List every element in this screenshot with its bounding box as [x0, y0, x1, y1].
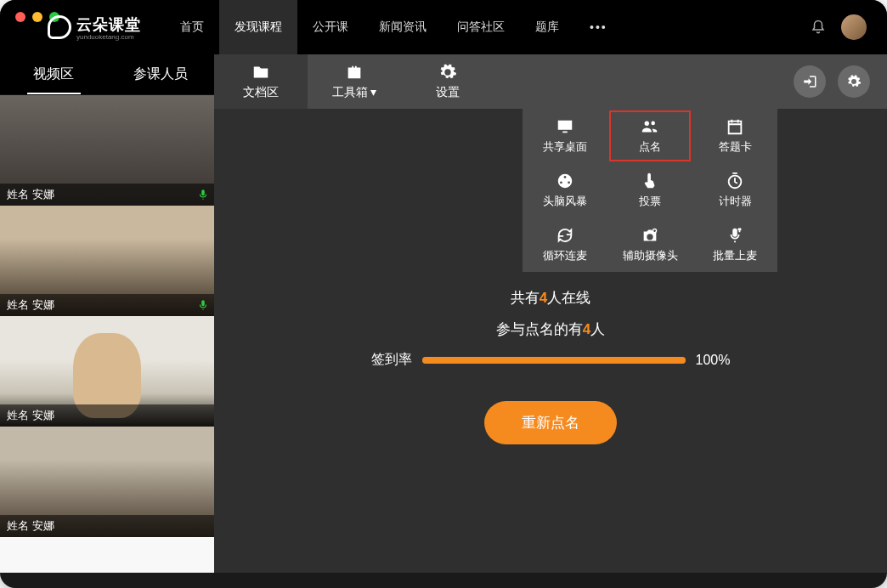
toolbox-dropdown: 共享桌面 点名 答题卡 头脑风暴 投票: [523, 109, 777, 272]
people-icon: [641, 117, 659, 136]
tool-vote[interactable]: 投票: [607, 163, 692, 218]
nav-news[interactable]: 新闻资讯: [364, 0, 442, 54]
participant-name: 姓名 安娜: [7, 518, 54, 534]
progress-bar: [422, 357, 686, 364]
video-tile-empty: [0, 537, 214, 573]
cloud-icon: [48, 15, 71, 39]
participant-name: 姓名 安娜: [7, 408, 54, 423]
nav-more[interactable]: •••: [574, 0, 623, 54]
video-tile[interactable]: 姓名 安娜: [0, 316, 214, 427]
settings-button[interactable]: [838, 65, 870, 98]
tool-cycle-mic[interactable]: 循环连麦: [523, 218, 607, 272]
svg-point-3: [568, 181, 570, 184]
mic-up-icon: [726, 226, 744, 245]
calendar-icon: [726, 117, 744, 136]
tool-share-desktop[interactable]: 共享桌面: [523, 109, 607, 163]
svg-point-2: [560, 181, 562, 184]
tab-attendees[interactable]: 参课人员: [107, 54, 214, 94]
rollcall-count-line: 参与点名的有4人: [496, 319, 605, 339]
brand-subtitle: yunduoketang.com: [76, 33, 141, 41]
top-navbar: 云朵课堂 yunduoketang.com 首页 发现课程 公开课 新闻资讯 问…: [0, 0, 887, 54]
tab-video-area[interactable]: 视频区: [0, 54, 107, 94]
left-panel: 视频区 参课人员 姓名 安娜 姓名 安娜 姓名 安娜: [0, 54, 214, 573]
primary-nav: 首页 发现课程 公开课 新闻资讯 问答社区 题库 •••: [165, 0, 623, 54]
tool-aux-camera[interactable]: 辅助摄像头: [607, 218, 692, 272]
folder-icon: [251, 63, 270, 82]
screen-share-icon: [556, 117, 574, 136]
secondary-tabs: 文档区 工具箱 ▾ 设置: [214, 54, 887, 109]
user-avatar[interactable]: [841, 14, 867, 40]
main-area: 文档区 工具箱 ▾ 设置: [214, 54, 887, 573]
tab-document-area[interactable]: 文档区: [214, 54, 308, 109]
brand-logo[interactable]: 云朵课堂 yunduoketang.com: [48, 14, 141, 41]
progress-fill: [422, 357, 686, 364]
tool-batch-mic[interactable]: 批量上麦: [692, 218, 777, 272]
camera-plus-icon: [641, 226, 659, 245]
video-tile[interactable]: 姓名 安娜: [0, 206, 214, 316]
video-tile[interactable]: 姓名 安娜: [0, 95, 214, 206]
tool-brainstorm[interactable]: 头脑风暴: [523, 163, 607, 218]
nav-qa[interactable]: 问答社区: [442, 0, 520, 54]
redo-rollcall-button[interactable]: 重新点名: [484, 401, 617, 444]
checkin-rate-row: 签到率 100%: [371, 351, 731, 369]
tool-answer-card[interactable]: 答题卡: [692, 109, 777, 163]
briefcase-icon: [345, 63, 364, 82]
tool-roll-call[interactable]: 点名: [607, 109, 692, 163]
tab-toolbox[interactable]: 工具箱 ▾: [308, 54, 401, 109]
nav-question-bank[interactable]: 题库: [520, 0, 574, 54]
mic-active-icon: [197, 297, 209, 313]
exit-icon: [802, 74, 817, 89]
online-count-line: 共有4人在线: [511, 288, 590, 308]
nav-home[interactable]: 首页: [165, 0, 219, 54]
checkin-rate-label: 签到率: [371, 351, 412, 369]
nav-discover[interactable]: 发现课程: [219, 0, 297, 54]
nav-public-class[interactable]: 公开课: [297, 0, 364, 54]
minimize-dot[interactable]: [32, 12, 42, 22]
tab-settings[interactable]: 设置: [401, 54, 494, 109]
film-reel-icon: [556, 172, 574, 190]
participant-name: 姓名 安娜: [7, 187, 54, 202]
tool-timer[interactable]: 计时器: [692, 163, 777, 218]
mic-active-icon: [197, 187, 209, 202]
clock-icon: [726, 172, 744, 190]
bell-icon[interactable]: [811, 20, 826, 35]
participant-name: 姓名 安娜: [7, 297, 54, 313]
exit-button[interactable]: [794, 65, 826, 98]
video-tile[interactable]: 姓名 安娜: [0, 427, 214, 537]
video-list: 姓名 安娜 姓名 安娜 姓名 安娜 姓名 安娜: [0, 95, 214, 573]
refresh-icon: [556, 226, 574, 245]
gear-icon: [438, 63, 457, 82]
brand-title: 云朵课堂: [76, 16, 141, 33]
gear-icon: [846, 74, 862, 89]
checkin-rate-value: 100%: [696, 353, 731, 368]
svg-point-1: [564, 176, 567, 178]
close-dot[interactable]: [15, 12, 25, 22]
touch-icon: [641, 172, 659, 190]
